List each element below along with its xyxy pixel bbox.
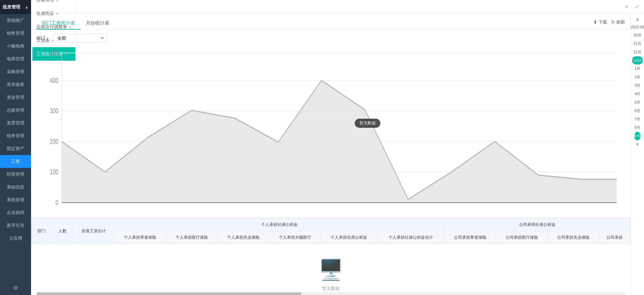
col-dept: 部门 (31, 218, 52, 244)
sidebar-item-库存核算[interactable]: 库存核算 (0, 78, 31, 91)
content-area: 部门工资统计表月份统计表 ⬇ 下载 ↻ 刷新 部门： 全部销售部采购部财务部行政… (31, 13, 644, 295)
col-个人承担住房公积金: 个人承担住房公积金 (321, 231, 377, 244)
col-公司承担: 公司承担 (599, 231, 630, 244)
tab-应收应付调整单[interactable]: 应收应付调整单× (32, 20, 76, 34)
tab-label: 工资表 (36, 37, 50, 43)
sidebar-item-电商管理[interactable]: 电商管理 (0, 53, 31, 65)
empty-state: 🖥️ 暂无数据 (31, 244, 630, 292)
svg-text:300: 300 (50, 107, 58, 115)
sidebar-item-固定资产[interactable]: 固定资产 (0, 142, 31, 155)
download-button[interactable]: ⬇ 下载 (593, 19, 607, 25)
sidebar-item-企业协同[interactable]: 企业协同 (0, 206, 31, 219)
sidebar-item-销售管理[interactable]: 销售管理 (0, 27, 31, 40)
refresh-label: 刷新 (616, 19, 625, 25)
chart-area: 0 100 200 300 400 500 暂无数据 (31, 47, 630, 218)
tab-close-icon[interactable]: × (69, 25, 71, 29)
refresh-icon: ↻ (611, 20, 615, 25)
refresh-button[interactable]: ↻ 刷新 (611, 19, 625, 25)
col-个人承担大额医疗: 个人承担大额医疗 (269, 231, 321, 244)
sub-tab-月份统计表[interactable]: 月份统计表 (80, 18, 115, 30)
sidebar-collapse-icon: ▲ (25, 5, 28, 9)
table-empty-row: 🖥️ 暂无数据 (31, 244, 630, 293)
right-nav: ▲ 2022.09 10月11月12月 2022 1月2月3月4月5月6月7月8… (630, 13, 644, 295)
sidebar-item-采购管理[interactable]: 采购管理 (0, 65, 31, 78)
right-nav-month-10月[interactable]: 10月 (634, 31, 641, 39)
data-table: 部门 人数 应发工资合计 个人承担社保公积金 公司承担社保公积金 个人承担养老保… (31, 218, 630, 292)
right-nav-month-9月[interactable]: 9月 (635, 132, 640, 140)
sidebar-item-营销推广[interactable]: 营销推广 (0, 14, 31, 27)
right-nav-year-label[interactable]: 2022.09 (631, 23, 644, 31)
tab-label: 应收应付调整单 (36, 24, 67, 30)
line-chart: 0 100 200 300 400 500 (36, 47, 625, 218)
sidebar-item-工资[interactable]: 工资 (0, 155, 31, 168)
right-nav-month-7月[interactable]: 7月 (633, 115, 642, 123)
col-个人承担医疗保险: 个人承担医疗保险 (166, 231, 218, 244)
right-nav-up-arrow[interactable]: ▲ (634, 15, 641, 23)
right-nav-month-5月[interactable]: 5月 (633, 98, 642, 107)
sub-tab-actions: ⬇ 下载 ↻ 刷新 (593, 19, 625, 28)
right-nav-month-2月[interactable]: 2月 (633, 73, 642, 81)
sidebar-header[interactable]: 批发管理 ▲ (0, 0, 31, 14)
sidebar-settings-button[interactable]: ⚙ (0, 281, 31, 295)
main-area: 首页门店商品目录×销售单×店铺管理×生成凭证×应收应付调整单×工资表×工资统计报… (31, 0, 644, 295)
right-nav-month-6月[interactable]: 6月 (633, 107, 642, 115)
horizontal-scrollbar[interactable] (36, 292, 625, 295)
col-total-salary: 应发工资合计 (73, 218, 114, 244)
sidebar-items: 营销推广销售管理小畅电商电商管理采购管理库存核算资金管理总账管理发票管理税务管理… (0, 14, 31, 245)
col-公司承担失业保险: 公司承担失业保险 (547, 231, 599, 244)
right-nav-month-8月[interactable]: 8月 (633, 123, 642, 132)
empty-icon: 🖥️ (318, 258, 344, 282)
col-公司承担养老保险: 公司承担养老保险 (445, 231, 496, 244)
svg-text:100: 100 (50, 168, 58, 176)
col-个人承担失业保险: 个人承担失业保险 (218, 231, 269, 244)
sidebar-item-发票管理[interactable]: 发票管理 (0, 117, 31, 129)
col-个人承担养老保险: 个人承担养老保险 (114, 231, 166, 244)
sidebar-title: 批发管理 (3, 4, 20, 10)
sidebar-item-税务管理[interactable]: 税务管理 (0, 129, 31, 142)
sidebar-item-总账管理[interactable]: 总账管理 (0, 104, 31, 117)
col-group-company: 公司承担社保公积金 (445, 218, 630, 231)
table-body: 🖥️ 暂无数据 (31, 244, 630, 293)
tab-店铺管理[interactable]: 店铺管理× (32, 0, 76, 7)
right-nav-current-year[interactable]: 2022 (632, 56, 643, 64)
sidebar: 批发管理 ▲ 营销推广销售管理小畅电商电商管理采购管理库存核算资金管理总账管理发… (0, 0, 31, 295)
right-nav-month-11月[interactable]: 11月 (634, 39, 641, 48)
tab-close-icon[interactable]: × (56, 0, 58, 2)
col-个人承担社保公积金合计: 个人承担社保公积金合计 (377, 231, 444, 244)
svg-text:0: 0 (55, 198, 58, 206)
right-nav-months-2022: 10月11月12月 (634, 31, 641, 56)
tab-工资表[interactable]: 工资表× (32, 34, 76, 47)
right-nav-month-4月[interactable]: 4月 (633, 90, 642, 98)
scrollbar-thumb[interactable] (36, 292, 301, 295)
right-nav-down-arrow[interactable]: ▼ (634, 140, 641, 148)
col-headcount: 人数 (52, 218, 73, 244)
tab-生成凭证[interactable]: 生成凭证× (32, 7, 76, 20)
right-nav-month-12月[interactable]: 12月 (634, 48, 641, 56)
right-nav-months-2023: 1月2月3月4月5月6月7月8月9月 (633, 64, 642, 140)
main-panel: 部门工资统计表月份统计表 ⬇ 下载 ↻ 刷新 部门： 全部销售部采购部财务部行政… (31, 13, 630, 295)
gear-icon: ⚙ (13, 285, 18, 291)
right-nav-month-1月[interactable]: 1月 (633, 64, 642, 73)
sidebar-item-新手引导[interactable]: 新手引导 (0, 219, 31, 232)
tab-label: 店铺管理 (36, 0, 54, 3)
sidebar-item-资金管理[interactable]: 资金管理 (0, 91, 31, 104)
col-公司承担医疗保险: 公司承担医疗保险 (496, 231, 547, 244)
svg-text:400: 400 (50, 76, 58, 84)
sidebar-item-基础信息[interactable]: 基础信息 (0, 181, 31, 194)
sidebar-item-系统管理[interactable]: 系统管理 (0, 194, 31, 206)
table-wrapper[interactable]: 部门 人数 应发工资合计 个人承担社保公积金 公司承担社保公积金 个人承担养老保… (31, 218, 630, 292)
download-icon: ⬇ (593, 20, 597, 25)
sidebar-item-小畅电商[interactable]: 小畅电商 (0, 40, 31, 53)
right-nav-month-3月[interactable]: 3月 (633, 81, 642, 90)
tab-label: 生成凭证 (36, 10, 54, 17)
svg-text:200: 200 (50, 137, 58, 145)
sidebar-item-经营管理[interactable]: 经营管理 (0, 168, 31, 181)
table-area: 部门 人数 应发工资合计 个人承担社保公积金 公司承担社保公积金 个人承担养老保… (31, 218, 630, 295)
tab-close-icon[interactable]: × (52, 38, 54, 42)
filter-bar: 部门： 全部销售部采购部财务部行政部 (31, 30, 630, 47)
restore-button[interactable]: ⤢ (632, 3, 643, 10)
sidebar-item-云应用[interactable]: 云应用 (0, 232, 31, 245)
sub-tabs: 部门工资统计表月份统计表 ⬇ 下载 ↻ 刷新 (31, 13, 630, 30)
close-all-tabs-button[interactable]: × (622, 4, 632, 10)
tab-close-icon[interactable]: × (56, 11, 58, 16)
